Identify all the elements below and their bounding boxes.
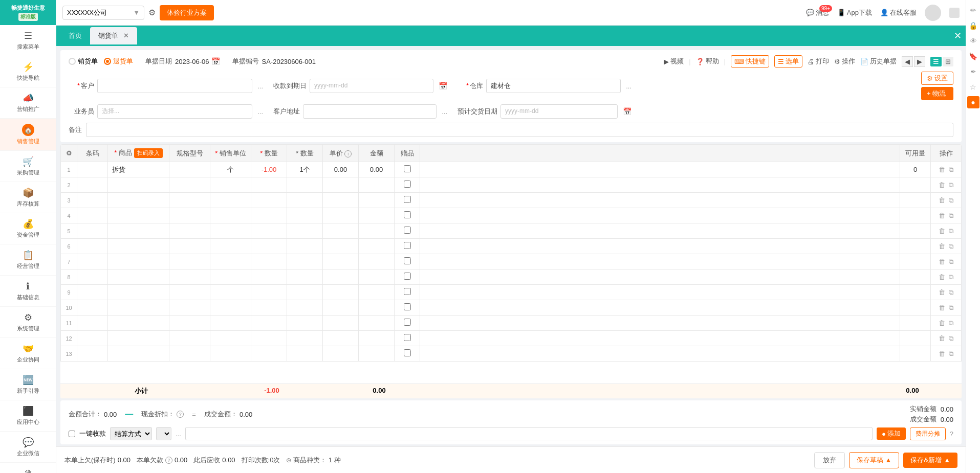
- cell-unit[interactable]: [210, 269, 251, 285]
- cell-pkg-qty[interactable]: [287, 177, 323, 193]
- cell-qty[interactable]: [251, 208, 287, 223]
- cell-qty[interactable]: [251, 254, 287, 269]
- cell-barcode[interactable]: [77, 177, 108, 193]
- cell-spec[interactable]: [169, 177, 210, 193]
- company-selector[interactable]: XXXXXX公司 ▼: [62, 6, 144, 20]
- cell-product[interactable]: [108, 300, 169, 316]
- settings-button[interactable]: ⚙ 设置: [921, 72, 953, 85]
- cell-qty[interactable]: [251, 331, 287, 346]
- cell-unit[interactable]: [210, 285, 251, 300]
- tab-home[interactable]: 首页: [60, 27, 90, 44]
- warehouse-ellipsis-icon[interactable]: ...: [626, 82, 631, 90]
- cell-unit[interactable]: [210, 208, 251, 223]
- copy-row-icon[interactable]: ⧉: [949, 273, 953, 281]
- cell-spec[interactable]: [169, 223, 210, 239]
- total-owe-info-icon[interactable]: ?: [165, 457, 172, 464]
- delete-row-icon[interactable]: 🗑: [939, 212, 945, 219]
- list-view-icon[interactable]: ☰: [930, 57, 942, 66]
- select-btn[interactable]: ☰选单: [774, 55, 802, 67]
- cell-amount[interactable]: [359, 269, 395, 285]
- cell-spec[interactable]: [169, 331, 210, 346]
- cell-spec[interactable]: [169, 269, 210, 285]
- quick-payment-checkbox[interactable]: [69, 431, 75, 437]
- cell-qty[interactable]: [251, 300, 287, 316]
- salesperson-input[interactable]: 选择...: [97, 104, 252, 119]
- copy-row-icon[interactable]: ⧉: [949, 319, 953, 327]
- cell-price[interactable]: [323, 193, 359, 208]
- cell-amount[interactable]: [359, 208, 395, 223]
- delete-row-icon[interactable]: 🗑: [939, 242, 945, 250]
- cell-unit[interactable]: [210, 223, 251, 239]
- gift-checkbox[interactable]: [404, 181, 411, 188]
- cell-spec[interactable]: [169, 239, 210, 254]
- cell-gift[interactable]: [395, 285, 420, 300]
- rp-star-icon[interactable]: ☆: [967, 81, 979, 93]
- cell-amount[interactable]: [359, 285, 395, 300]
- delete-row-icon[interactable]: 🗑: [939, 319, 945, 327]
- cell-qty[interactable]: -1.00: [251, 162, 287, 177]
- cell-barcode[interactable]: [77, 208, 108, 223]
- cell-amount[interactable]: [359, 316, 395, 331]
- prev-arrow[interactable]: ◀: [902, 56, 913, 67]
- cell-price[interactable]: [323, 269, 359, 285]
- radio-sales[interactable]: 销货单: [69, 57, 98, 66]
- sidebar-item-basic[interactable]: ℹ 基础信息: [0, 276, 56, 307]
- cell-unit[interactable]: [210, 254, 251, 269]
- settings-gear-icon[interactable]: ⚙: [148, 8, 156, 17]
- cell-pkg-qty[interactable]: [287, 269, 323, 285]
- cell-gift[interactable]: [395, 331, 420, 346]
- delete-row-icon[interactable]: 🗑: [939, 350, 945, 357]
- close-all-tabs-icon[interactable]: ✕: [954, 30, 962, 41]
- gift-checkbox[interactable]: [404, 334, 411, 341]
- history-btn[interactable]: 📄历史单据: [860, 57, 897, 66]
- delete-row-icon[interactable]: 🗑: [939, 304, 945, 311]
- cell-pkg-qty[interactable]: [287, 208, 323, 223]
- copy-row-icon[interactable]: ⧉: [949, 196, 953, 204]
- cell-qty[interactable]: [251, 223, 287, 239]
- cell-barcode[interactable]: [77, 346, 108, 362]
- cell-amount[interactable]: 0.00: [359, 162, 395, 177]
- cell-product[interactable]: [108, 331, 169, 346]
- cell-price[interactable]: [323, 208, 359, 223]
- cell-amount[interactable]: [359, 300, 395, 316]
- sidebar-item-marketing[interactable]: 📣 营销推广: [0, 87, 56, 119]
- cell-price[interactable]: 0.00: [323, 162, 359, 177]
- copy-row-icon[interactable]: ⧉: [949, 350, 953, 357]
- remark-input[interactable]: [86, 123, 953, 137]
- cell-gift[interactable]: [395, 208, 420, 223]
- radio-return[interactable]: 退货单: [104, 57, 133, 66]
- cell-amount[interactable]: [359, 346, 395, 362]
- gift-checkbox[interactable]: [404, 227, 411, 234]
- tab-close-icon[interactable]: ✕: [123, 32, 129, 39]
- delete-row-icon[interactable]: 🗑: [939, 181, 945, 189]
- cell-pkg-qty[interactable]: [287, 346, 323, 362]
- cell-product[interactable]: [108, 208, 169, 223]
- amount-field[interactable]: [185, 427, 873, 440]
- cell-amount[interactable]: [359, 239, 395, 254]
- cell-gift[interactable]: [395, 300, 420, 316]
- cell-price[interactable]: [323, 223, 359, 239]
- cell-pkg-qty[interactable]: [287, 254, 323, 269]
- calc-method-select[interactable]: 结算方式: [110, 427, 152, 440]
- cell-price[interactable]: [323, 239, 359, 254]
- help-btn[interactable]: ❓帮助: [696, 57, 719, 66]
- cell-spec[interactable]: [169, 208, 210, 223]
- cell-product[interactable]: [108, 239, 169, 254]
- cell-price[interactable]: [323, 254, 359, 269]
- cell-unit[interactable]: [210, 239, 251, 254]
- cell-unit[interactable]: [210, 316, 251, 331]
- cell-qty[interactable]: [251, 285, 287, 300]
- cell-price[interactable]: [323, 300, 359, 316]
- delete-row-icon[interactable]: 🗑: [939, 196, 945, 204]
- cell-barcode[interactable]: [77, 162, 108, 177]
- sidebar-item-purchase[interactable]: 🛒 采购管理: [0, 151, 56, 182]
- cell-unit[interactable]: [210, 300, 251, 316]
- trial-button[interactable]: 体验行业方案: [160, 5, 214, 20]
- cell-spec[interactable]: [169, 193, 210, 208]
- cell-amount[interactable]: [359, 193, 395, 208]
- sidebar-item-collab[interactable]: 🤝 企业协同: [0, 338, 56, 369]
- save-new-button[interactable]: 保存&新增 ▲: [903, 453, 957, 468]
- cell-price[interactable]: [323, 346, 359, 362]
- copy-row-icon[interactable]: ⧉: [949, 242, 953, 250]
- copy-row-icon[interactable]: ⧉: [949, 212, 953, 219]
